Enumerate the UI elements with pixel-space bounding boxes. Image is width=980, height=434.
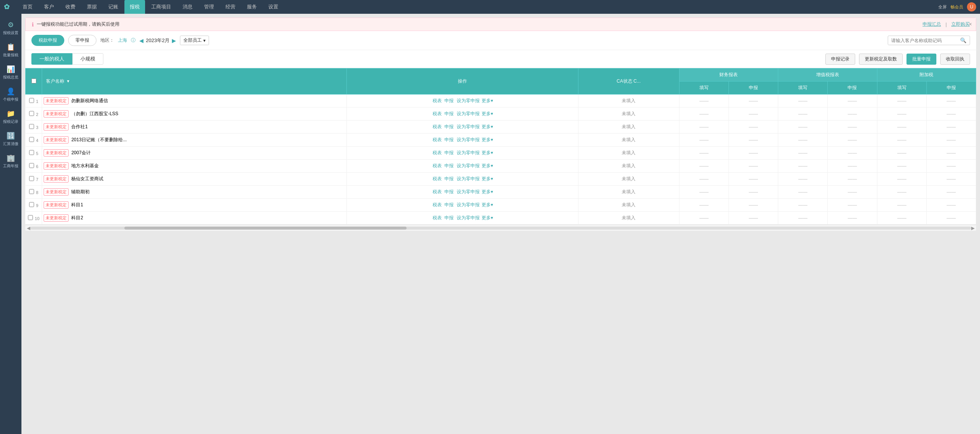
sidebar-label-biz-annual: 工商年报: [3, 163, 18, 168]
nav-biz[interactable]: 工商项目: [146, 0, 176, 14]
op-tax-table[interactable]: 税表: [433, 137, 442, 142]
op-zero-report[interactable]: 设为零申报: [457, 124, 480, 129]
sidebar-item-tax-settings[interactable]: ⚙ 报税设置: [1, 18, 20, 38]
row-checkbox[interactable]: [28, 215, 33, 220]
op-more[interactable]: 更多▾: [482, 202, 493, 207]
op-zero-report[interactable]: 设为零申报: [457, 150, 480, 155]
personal-icon: 👤: [7, 87, 15, 96]
op-report[interactable]: 申报: [444, 150, 454, 155]
nav-msg[interactable]: 消息: [177, 0, 198, 14]
op-zero-report[interactable]: 设为零申报: [457, 111, 480, 116]
btn-retrieve[interactable]: 收取回执: [940, 54, 970, 65]
date-prev-btn[interactable]: ◀: [139, 38, 144, 44]
row-tax-report: ——: [828, 173, 877, 186]
op-zero-report[interactable]: 设为零申报: [457, 176, 480, 181]
main-layout: ⚙ 报税设置 📋 批量报税 📊 报税总览 👤 个税申报 📁 报税记录 🔢 汇算清…: [0, 14, 980, 434]
op-report[interactable]: 申报: [444, 176, 454, 181]
row-checkbox[interactable]: [29, 189, 34, 194]
sidebar-item-tax-record[interactable]: 📁 报税记录: [1, 106, 20, 127]
op-more[interactable]: 更多▾: [482, 163, 493, 168]
search-button[interactable]: 🔍: [957, 36, 970, 45]
op-report[interactable]: 申报: [444, 202, 454, 207]
btn-batch-report[interactable]: 批量申报: [906, 54, 936, 65]
sidebar-item-batch-tax[interactable]: 📋 批量报税: [1, 40, 20, 60]
op-zero-report[interactable]: 设为零申报: [457, 98, 480, 103]
table-row: 6 未更新税定 地方水利基金 税表 申报 设为零申报 更多▾ 未填入 —— ——…: [26, 160, 976, 173]
sidebar-item-personal-tax[interactable]: 👤 个税申报: [1, 84, 20, 105]
user-avatar[interactable]: U: [967, 2, 976, 11]
op-tax-table[interactable]: 税表: [433, 189, 442, 194]
op-more[interactable]: 更多▾: [482, 98, 493, 103]
sidebar-item-biz-annual[interactable]: 🏢 工商年报: [1, 151, 20, 171]
nav-settings[interactable]: 设置: [263, 0, 284, 14]
op-zero-report[interactable]: 设为零申报: [457, 202, 480, 207]
op-more[interactable]: 更多▾: [482, 124, 493, 129]
op-report[interactable]: 申报: [444, 189, 454, 194]
row-checkbox[interactable]: [29, 163, 34, 168]
op-report[interactable]: 申报: [444, 163, 454, 168]
op-zero-report[interactable]: 设为零申报: [457, 137, 480, 142]
row-checkbox[interactable]: [29, 150, 34, 155]
region-info-icon[interactable]: ⓘ: [131, 37, 136, 44]
scroll-right-arrow[interactable]: ▶: [971, 225, 975, 231]
op-tax-table[interactable]: 税表: [433, 176, 442, 181]
tab-zero-report[interactable]: 零申报: [68, 35, 96, 46]
date-next-btn[interactable]: ▶: [172, 38, 176, 44]
op-zero-report[interactable]: 设为零申报: [457, 215, 480, 220]
member-btn[interactable]: 畅会员: [951, 4, 963, 10]
op-tax-table[interactable]: 税表: [433, 124, 442, 129]
nav-operation[interactable]: 经营: [220, 0, 241, 14]
sidebar-item-calc-clear[interactable]: 🔢 汇算清缴: [1, 129, 20, 149]
op-report[interactable]: 申报: [444, 98, 454, 103]
client-name-text: （勿删）江西股宝-LSS: [71, 111, 118, 116]
op-tax-table[interactable]: 税表: [433, 111, 442, 116]
nav-service[interactable]: 服务: [242, 0, 262, 14]
btn-update-tax[interactable]: 更新税定及取数: [859, 54, 903, 65]
fullscreen-btn[interactable]: 全屏: [938, 4, 947, 10]
row-tax-report: ——: [828, 147, 877, 160]
op-tax-table[interactable]: 税表: [433, 163, 442, 168]
staff-select[interactable]: 全部员工 ▾: [180, 36, 209, 45]
scroll-track[interactable]: [30, 227, 971, 230]
nav-invoice[interactable]: 票据: [82, 0, 102, 14]
op-more[interactable]: 更多▾: [482, 111, 493, 116]
op-zero-report[interactable]: 设为零申报: [457, 189, 480, 194]
op-more[interactable]: 更多▾: [482, 150, 493, 155]
op-report[interactable]: 申报: [444, 124, 454, 129]
banner-link-summary[interactable]: 申报汇总: [923, 21, 941, 28]
nav-tax[interactable]: 报税: [124, 0, 145, 14]
btn-report-record[interactable]: 申报记录: [825, 54, 855, 65]
op-report[interactable]: 申报: [444, 137, 454, 142]
nav-home[interactable]: 首页: [17, 0, 38, 14]
banner-link-buy[interactable]: 立即购买: [951, 21, 970, 28]
nav-manage[interactable]: 管理: [199, 0, 219, 14]
op-more[interactable]: 更多▾: [482, 176, 493, 181]
row-checkbox[interactable]: [29, 137, 34, 142]
nav-billing[interactable]: 收费: [60, 0, 81, 14]
row-checkbox[interactable]: [29, 111, 34, 116]
banner-close-btn[interactable]: ×: [969, 21, 972, 27]
row-checkbox[interactable]: [29, 124, 34, 129]
row-checkbox[interactable]: [29, 202, 34, 207]
nav-client[interactable]: 客户: [39, 0, 59, 14]
op-more[interactable]: 更多▾: [482, 137, 493, 142]
sidebar-item-tax-overview[interactable]: 📊 报税总览: [1, 62, 20, 83]
op-more[interactable]: 更多▾: [482, 215, 493, 220]
op-more[interactable]: 更多▾: [482, 189, 493, 194]
op-zero-report[interactable]: 设为零申报: [457, 163, 480, 168]
row-checkbox[interactable]: [29, 176, 34, 181]
select-all-checkbox[interactable]: [31, 78, 36, 83]
row-checkbox[interactable]: [29, 98, 34, 103]
op-tax-table[interactable]: 税表: [433, 202, 442, 207]
op-report[interactable]: 申报: [444, 111, 454, 116]
tab-general-taxpayer[interactable]: 一般的税人: [31, 53, 72, 65]
op-tax-table[interactable]: 税表: [433, 215, 442, 220]
op-tax-table[interactable]: 税表: [433, 150, 442, 155]
nav-account[interactable]: 记账: [103, 0, 124, 14]
search-input[interactable]: [888, 36, 957, 45]
tab-tax-report[interactable]: 税款申报: [31, 35, 64, 46]
op-report[interactable]: 申报: [444, 215, 454, 220]
scroll-left-arrow[interactable]: ◀: [27, 225, 30, 231]
op-tax-table[interactable]: 税表: [433, 98, 442, 103]
tab-small-scale[interactable]: 小规模: [72, 53, 103, 65]
